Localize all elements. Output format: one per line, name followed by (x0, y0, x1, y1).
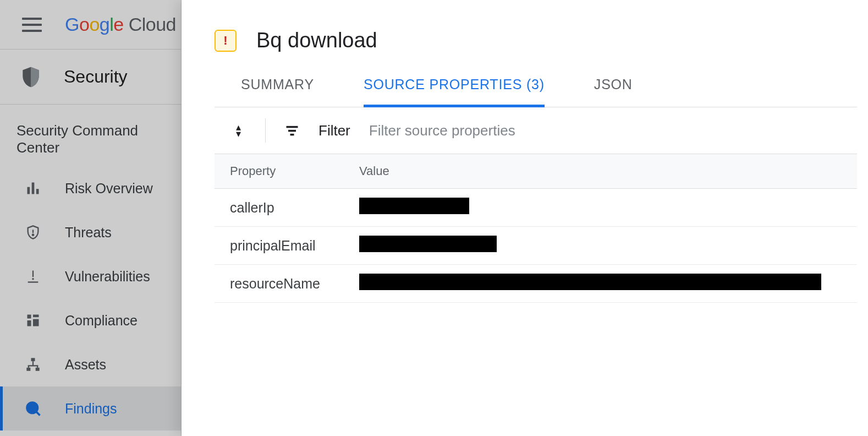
table-row: callerIp (215, 189, 857, 227)
tab-json[interactable]: JSON (594, 77, 633, 107)
separator (265, 118, 266, 143)
severity-glyph: ! (223, 34, 227, 48)
sort-icon[interactable]: ▴▾ (230, 120, 246, 141)
property-name: resourceName (230, 276, 359, 292)
property-name: principalEmail (230, 238, 359, 254)
tabs: SUMMARY SOURCE PROPERTIES (3) JSON (215, 77, 857, 107)
table-row: principalEmail (215, 227, 857, 265)
severity-badge-icon: ! (215, 30, 237, 52)
svg-rect-19 (290, 134, 294, 136)
property-value-redacted (359, 274, 857, 293)
tab-source-properties[interactable]: SOURCE PROPERTIES (3) (364, 77, 545, 107)
finding-detail-panel: ! Bq download SUMMARY SOURCE PROPERTIES … (182, 0, 868, 436)
column-header-property: Property (230, 164, 359, 178)
source-properties-table: Property Value callerIp principalEmail r… (215, 154, 857, 303)
finding-title: Bq download (256, 29, 377, 52)
panel-header: ! Bq download (215, 29, 857, 52)
property-value-redacted (359, 198, 857, 217)
modal-scrim[interactable] (0, 0, 182, 436)
table-row: resourceName (215, 265, 857, 303)
filter-input[interactable] (369, 122, 857, 139)
table-header: Property Value (215, 154, 857, 189)
filter-icon[interactable] (284, 123, 300, 138)
property-value-redacted (359, 236, 857, 255)
svg-rect-17 (287, 126, 298, 128)
column-header-value: Value (359, 164, 857, 178)
filter-bar: ▴▾ Filter (215, 107, 857, 154)
filter-label: Filter (318, 122, 350, 139)
svg-rect-18 (288, 130, 296, 132)
tab-summary[interactable]: SUMMARY (241, 77, 314, 107)
property-name: callerIp (230, 200, 359, 216)
